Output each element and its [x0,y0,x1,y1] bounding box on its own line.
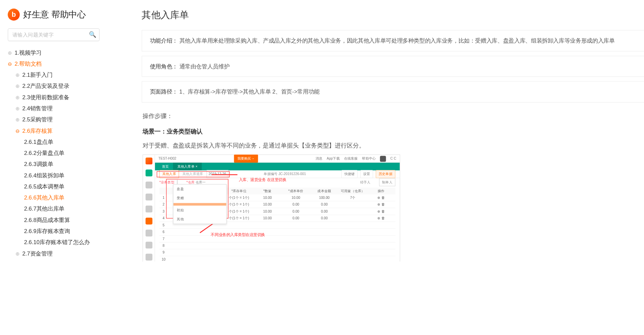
nav-leaf-2610[interactable]: 2.6.10库存账本错了怎么办 [8,237,100,248]
ss-cell: 10.00 [253,208,282,215]
role-text: 通常由仓管人员维护 [179,63,230,69]
nav-item-2-6[interactable]: 2.6库存核算 [15,125,52,136]
nav-item-docs[interactable]: 2.帮助文档 [8,58,42,69]
path-text: 1、库存核算->库存管理->其他入库单 2、首页->常用功能 [179,89,320,95]
nav-leaf-268[interactable]: 2.6.8商品成本重算 [8,215,100,226]
search-wrap: 🔍 [8,28,100,41]
nav-item-2-3[interactable]: 2.3使用前数据准备 [15,92,69,103]
intro-box: 功能介绍： 其他入库单用来处理除采购入库、产成品入库之外的其他入库业务，因此其他… [142,30,644,51]
path-box: 页面路径： 1、库存核算->库存管理->其他入库单 2、首页->常用功能 [142,81,644,102]
nav-item-2-4[interactable]: 2.4销售管理 [15,103,52,114]
ss-cell: 7个 [338,194,367,201]
steps-label: 操作步骤： [143,110,644,121]
ss-btn-history: 历史单据 [376,170,395,178]
ss-row: 7 [159,236,395,242]
ss-th-cell: 成本金额 [310,188,338,194]
ss-rail-icon [145,230,152,236]
role-label: 使用角色： [150,63,178,69]
ss-cell: 0.00 [282,208,310,215]
ss-cell: 个(1个 = 1个) [225,202,253,208]
nav-leaf-266[interactable]: 2.6.6其他入库单 [8,192,100,203]
ss-tab-current: 其他入库单 × [173,163,202,170]
ss-rail-icon [145,254,152,261]
ss-cell: 10.00 [253,194,282,201]
article-body: 操作步骤： 场景一：业务类型确认 对于受赠、盘盈或是拆装入库等不同的业务，是通过… [142,107,644,262]
nav-leaf-262[interactable]: 2.6.2分量盘点单 [8,148,100,159]
ss-top-service: 在线客服 [344,156,358,162]
brand-row: b 好生意 帮助中心 [8,9,100,21]
scene1-title: 场景一：业务类型确认 [143,126,644,137]
ss-rail-icon [145,170,152,176]
role-box: 使用角色： 通常由仓管人员维护 [142,56,644,77]
nav-tree: 1.视频学习 2.帮助文档 2.1新手入门 2.2产品安装及登录 2.3使用前数… [8,47,100,262]
nav-item-2-1[interactable]: 2.1新手入门 [15,69,52,80]
ss-dropdown: 盘盈 受赠 初始 其他 [173,184,227,224]
ss-cell: 10.00 [253,202,282,208]
ss-cell: 10.00 [253,215,282,222]
ss-row: 10 [159,257,395,262]
main-content: 其他入库单 ↗ 分享 功能介绍： 其他入库单用来处理除采购入库、产成品入库之外的… [107,0,644,262]
ss-tab-home: 首页 [158,163,173,170]
ss-cell: 个(1个 = 1个) [225,215,253,222]
ss-cell: 0.00 [282,202,310,208]
nav-item-2-2[interactable]: 2.2产品安装及登录 [15,81,69,92]
scene1-text: 对于受赠、盘盈或是拆装入库等不同的业务，是通过单据头【业务类型】进行区分。 [143,140,644,151]
ss-cell: 0.00 [310,202,338,208]
intro-label: 功能介绍： [150,37,178,44]
ss-annotation-text: 入库、退货业务 在这里切换 [239,176,286,184]
ss-rail-icon [145,242,152,248]
ss-top-bar: TEST-H002 我要购买→ 消息 App下载 在线客服 帮助中心 C C [155,155,400,163]
nav-leaf-264[interactable]: 2.6.4组装拆卸单 [8,170,100,181]
nav-leaf-267[interactable]: 2.6.7其他出库单 [8,204,100,215]
ss-jsr-label: 经手人 [360,180,371,184]
path-label: 页面路径： [150,89,178,95]
nav-item-2-8[interactable]: 2.8手机旺铺 [15,259,52,262]
nav-leaf-261[interactable]: 2.6.1盘点单 [8,136,100,148]
ss-rail-icon-active [145,218,152,224]
brand-title: 好生意 帮助中心 [23,9,86,20]
nav-item-2-7[interactable]: 2.7资金管理 [15,248,52,259]
ss-btn-shortcut: 快捷键 [341,170,358,178]
nav-leaf-265[interactable]: 2.6.5成本调整单 [8,181,100,192]
ss-dd-opt: 初始 [173,206,226,215]
intro-text: 其他入库单用来处理除采购入库、产成品入库之外的其他入库业务，因此其他入库单可处理… [179,37,615,44]
ss-left-rail [143,155,155,262]
embedded-screenshot: TEST-H002 我要购买→ 消息 App下载 在线客服 帮助中心 C C 首… [143,155,400,262]
ss-no: JC-20191226-001 [278,172,306,176]
ss-btn-setting: 设置 [360,170,373,178]
ss-zd-label: 制单人 [379,178,395,186]
ss-th-cell: *成本单价 [282,188,310,194]
ss-annotation-text: 不同业务的入库类型在这里切换 [211,231,265,239]
ss-th-cell: *库存单位 [225,188,253,194]
ss-logo-icon [145,158,152,164]
search-input[interactable] [8,28,100,41]
ss-cell: 0.00 [282,215,310,222]
page-title: 其他入库单 [142,9,189,21]
search-icon[interactable]: 🔍 [89,31,96,38]
ss-body: 其他入库 其他入库退库 2019-12-26 单据编号 JC-20191226-… [155,171,400,262]
ss-th-cell: 操作 [367,188,395,194]
ss-cell: 个(1个 = 1个) [225,194,253,201]
ss-th-cell: 可用量（仓库） [338,188,367,194]
ss-cell: 100.00 [310,194,338,201]
ss-arrow-icon [212,174,237,175]
nav-item-video[interactable]: 1.视频学习 [8,47,42,58]
ss-dd-opt: 盘盈 [173,185,226,194]
ss-top-app: App下载 [327,156,340,162]
ss-cell: 10.00 [282,194,310,201]
ss-top-help: 帮助中心 [362,156,376,162]
ss-row: 6 [159,229,395,236]
ss-cell: 0.00 [310,208,338,215]
ss-avatar-icon [380,156,386,162]
nav-leaf-269[interactable]: 2.6.9库存账本查询 [8,226,100,237]
nav-item-2-5[interactable]: 2.5采购管理 [15,114,52,125]
ss-dd-opt: 受赠 [173,194,226,203]
ss-th-cell: *数量 [253,188,282,194]
sidebar: b 好生意 帮助中心 🔍 1.视频学习 2.帮助文档 2.1新手入门 2.2产品… [0,0,107,262]
ss-buy-btn: 我要购买→ [234,155,258,163]
nav-leaf-263[interactable]: 2.6.3调拨单 [8,159,100,170]
ss-dd-opt-selected [173,203,226,206]
ss-rail-icon [145,206,152,212]
ss-dd-opt: 其他 [173,215,226,224]
ss-row: 9 [159,249,395,256]
